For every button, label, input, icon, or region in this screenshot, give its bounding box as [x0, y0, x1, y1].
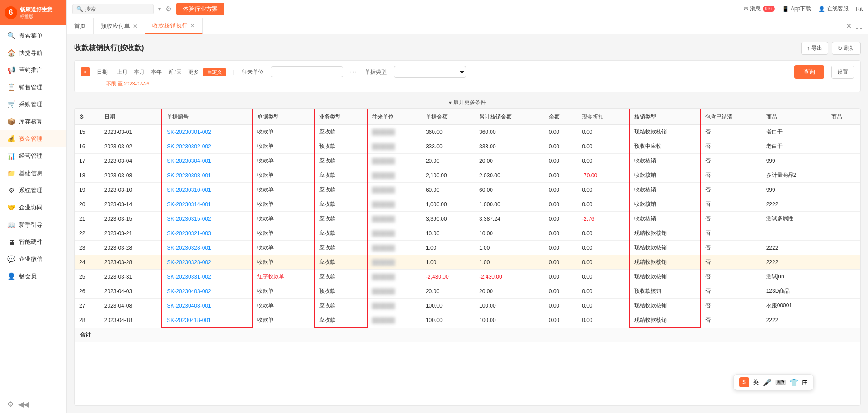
basics-icon: 📁	[7, 169, 15, 177]
sidebar-item-inventory[interactable]: 📦 库存核算	[0, 113, 66, 130]
doctype-select[interactable]	[394, 66, 466, 78]
page-body: 收款核销执行(按收款) ↑ 导出 ↻ 刷新 » 日期 上月 本月	[67, 34, 868, 413]
sidebar-item-guide[interactable]: 📖 新手引导	[0, 216, 66, 233]
doc-link[interactable]: SK-20230301-002	[167, 129, 211, 135]
date-custom-btn[interactable]: 自定义	[203, 68, 226, 76]
tab-receivable[interactable]: 预收应付单 ✕	[94, 18, 145, 34]
doc-link[interactable]: SK-20230314-001	[167, 201, 211, 208]
sidebar-item-search[interactable]: 🔍 搜索菜单	[0, 27, 66, 44]
cell-balance: 0.00	[544, 299, 577, 313]
sidebar-item-hardware[interactable]: 🖥 智能硬件	[0, 233, 66, 251]
search-input[interactable]	[85, 6, 139, 12]
cell-amount: 100.00	[421, 299, 475, 313]
partner-input[interactable]	[271, 66, 343, 77]
tab-home[interactable]: 首页	[67, 18, 94, 34]
doc-link[interactable]: SK-20230328-001	[167, 245, 211, 251]
dropdown-arrow-icon[interactable]: ▾	[158, 6, 161, 12]
sidebar-item-quicknav[interactable]: 🏠 快捷导航	[0, 44, 66, 62]
table-row: 20 2023-03-14 SK-20230314-001 收款单 应收款 ██…	[75, 197, 860, 212]
export-button[interactable]: ↑ 导出	[801, 42, 828, 55]
sidebar-item-finance[interactable]: 💰 资金管理	[0, 130, 66, 147]
online-service-button[interactable]: 👤 在线客服	[818, 5, 849, 13]
date-this-month[interactable]: 本月	[132, 67, 146, 77]
cell-balance: 0.00	[544, 284, 577, 299]
sidebar-item-wechat[interactable]: 💬 企业微信	[0, 251, 66, 268]
doc-link[interactable]: SK-20230321-003	[167, 230, 211, 237]
close-window-icon[interactable]: ✕	[846, 22, 852, 30]
ime-grid-icon[interactable]: ⊞	[802, 378, 808, 387]
tab-close-receivable[interactable]: ✕	[133, 23, 137, 29]
more-filters-dots[interactable]: ···	[350, 69, 358, 75]
doc-link[interactable]: SK-20230308-001	[167, 172, 211, 179]
date-last-month[interactable]: 上月	[115, 67, 129, 77]
sidebar-item-marketing[interactable]: 📢 营销推广	[0, 62, 66, 79]
collapse-icon[interactable]: ◀◀	[18, 400, 29, 408]
cell-goods1: 123D商品	[762, 284, 827, 299]
sidebar-item-vip[interactable]: 👤 畅会员	[0, 268, 66, 285]
cell-no: 24	[75, 255, 100, 270]
cell-date: 2023-03-14	[100, 197, 162, 212]
ime-keyboard-icon[interactable]: ⌨	[775, 378, 786, 387]
refresh-icon: ↻	[838, 45, 842, 52]
sidebar-item-basics[interactable]: 📁 基础信息	[0, 165, 66, 182]
app-download-button[interactable]: 📱 App下载	[782, 5, 811, 13]
topbar-search-box[interactable]: 🔍	[72, 4, 154, 14]
doc-link[interactable]: SK-20230328-002	[167, 259, 211, 266]
doc-link[interactable]: SK-20230302-002	[167, 143, 211, 150]
cell-date: 2023-03-08	[100, 168, 162, 183]
cell-docno: SK-20230418-001	[162, 313, 252, 328]
message-button[interactable]: ✉ 消息 99+	[744, 5, 775, 13]
vip-icon: 👤	[7, 272, 15, 280]
doc-link[interactable]: SK-20230408-001	[167, 303, 211, 309]
date-last-7days[interactable]: 近7天	[166, 67, 184, 77]
maximize-icon[interactable]: ⛶	[855, 22, 863, 30]
query-button[interactable]: 查询	[794, 65, 824, 79]
sidebar-item-system[interactable]: ⚙ 系统管理	[0, 182, 66, 199]
tab-writeoff[interactable]: 收款核销执行 ✕	[145, 18, 203, 34]
date-more[interactable]: 更多	[186, 67, 201, 77]
cell-date: 2023-03-04	[100, 154, 162, 168]
sidebar-item-purchase[interactable]: 🛒 采购管理	[0, 96, 66, 113]
doc-link[interactable]: SK-20230403-002	[167, 288, 211, 294]
th-wotype: 核销类型	[629, 109, 700, 125]
cell-docno: SK-20230301-002	[162, 125, 252, 139]
table-row: 17 2023-03-04 SK-20230304-001 收款单 应收款 ██…	[75, 154, 860, 168]
doc-link[interactable]: SK-20230315-002	[167, 216, 211, 222]
cell-goods2	[827, 154, 860, 168]
tab-actions: ✕ ⛶	[840, 22, 868, 30]
sidebar-item-label: 搜索菜单	[19, 32, 42, 40]
sidebar-item-sales[interactable]: 📋 销售管理	[0, 79, 66, 96]
ime-mic-icon[interactable]: 🎤	[763, 378, 772, 387]
cell-biztype: 应收款	[314, 299, 367, 313]
table-row: 28 2023-04-18 SK-20230418-001 收款单 应收款 ██…	[75, 313, 860, 328]
sidebar-item-collab[interactable]: 🤝 企业协同	[0, 199, 66, 216]
th-doctype: 单据类型	[252, 109, 314, 125]
th-gear[interactable]: ⚙	[75, 109, 100, 125]
column-settings-icon[interactable]: ⚙	[79, 114, 84, 120]
ime-shirt-icon[interactable]: 👕	[789, 378, 798, 387]
cell-no: 17	[75, 154, 100, 168]
cell-date: 2023-03-28	[100, 255, 162, 270]
doc-link[interactable]: SK-20230310-001	[167, 187, 211, 193]
cell-goods1: 测试多属性	[762, 212, 827, 226]
cell-discount: 0.00	[577, 270, 629, 284]
settings-button[interactable]: 设置	[831, 66, 854, 79]
cell-amount: 60.00	[421, 183, 475, 197]
expand-conditions-button[interactable]: ▾ 展开更多条件	[449, 99, 486, 106]
settings-icon[interactable]: ⚙	[7, 400, 14, 408]
tab-close-writeoff[interactable]: ✕	[190, 23, 195, 29]
refresh-button[interactable]: ↻ 刷新	[832, 42, 861, 55]
sidebar-item-operations[interactable]: 📊 经营管理	[0, 147, 66, 165]
page-actions: ↑ 导出 ↻ 刷新	[801, 42, 861, 55]
gear-icon[interactable]: ⚙	[165, 5, 172, 13]
doc-link[interactable]: SK-20230418-001	[167, 317, 211, 323]
doc-link[interactable]: SK-20230331-002	[167, 274, 211, 280]
cell-partner: ██████	[367, 226, 421, 241]
doc-link[interactable]: SK-20230304-001	[167, 158, 211, 164]
cell-amount: -2,430.00	[421, 270, 475, 284]
cell-date: 2023-03-01	[100, 125, 162, 139]
date-this-year[interactable]: 本年	[149, 67, 164, 77]
filter-toggle-button[interactable]: »	[81, 67, 90, 76]
solution-button[interactable]: 体验行业方案	[176, 3, 224, 15]
cell-biztype: 应收款	[314, 168, 367, 183]
